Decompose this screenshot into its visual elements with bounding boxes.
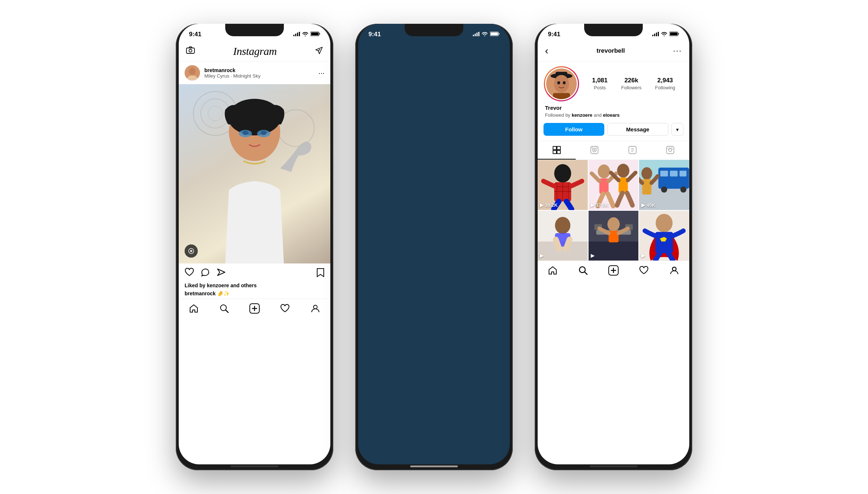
post-header: bretmanrock Miley Cyrus · Midnight Sky ·… [179,61,330,84]
profile-nav-profile[interactable] [669,266,679,277]
camera-icon[interactable] [186,46,195,56]
grid-views-3: ▶ 45K [641,202,655,208]
profile-followed-by: Followed by kenzoere and eloears [538,112,689,123]
svg-point-86 [592,147,593,149]
grid-item-2[interactable]: ▶ 37.3K [589,160,639,210]
grid-item-4[interactable]: ▶ [538,211,588,261]
send-icon[interactable] [315,46,323,56]
profile-nav-add[interactable] [608,265,619,277]
time-2: 9:41 [368,31,381,38]
notch-2 [405,24,463,36]
svg-point-10 [189,68,196,75]
nav-search[interactable] [219,304,229,315]
svg-rect-6 [186,48,194,53]
profile-nav-home[interactable] [548,266,557,276]
home-indicator-1 [231,465,278,467]
profile-stat-followers[interactable]: 226k Followers [621,77,642,91]
profile-nav-heart[interactable] [639,266,649,276]
svg-rect-79 [553,146,556,150]
profile-more-button[interactable]: ··· [673,46,682,56]
comment-button[interactable] [201,268,210,280]
grid-item-6[interactable]: ▶ [639,211,689,261]
wifi-icon-2 [482,32,488,37]
follow-button[interactable]: Follow [544,123,604,136]
svg-point-76 [557,81,560,84]
play-icon-5: ▶ [591,253,594,258]
svg-point-129 [607,217,620,231]
nav-home[interactable] [189,304,199,314]
time-3: 9:41 [548,31,560,38]
post-more-button[interactable]: ··· [318,69,324,77]
following-count: 2,943 [655,77,675,84]
phone-2: 9:41 ‹ Reels [355,24,513,470]
play-icon-6: ▶ [641,253,645,258]
svg-point-141 [672,267,676,271]
profile-stat-following[interactable]: 2,943 Following [655,77,675,91]
profile-back-button[interactable]: ‹ [545,45,548,57]
music-button[interactable] [185,244,198,258]
screen-1: Instagram bretmanrock Miley Cyrus · Midn… [179,42,330,319]
nav-profile[interactable] [311,304,320,315]
followed-user2[interactable]: eloears [603,112,620,118]
ig-header: Instagram [179,42,330,61]
play-icon-2: ▶ [591,202,594,208]
post-song: Miley Cyrus · Midnight Sky [204,73,314,79]
nav-heart[interactable] [280,304,290,314]
tab-grid[interactable] [538,141,576,160]
followed-user1[interactable]: kenzoere [572,112,592,118]
svg-line-26 [226,310,228,313]
profile-tabs [538,141,689,160]
svg-point-102 [598,165,610,179]
like-button[interactable] [185,268,194,280]
svg-point-114 [642,167,652,180]
grid-item-1[interactable]: ▶ 30.2K [538,160,588,210]
post-user-info: bretmanrock Miley Cyrus · Midnight Sky [204,67,314,79]
grid-views-4: ▶ [540,253,544,258]
profile-stat-posts[interactable]: 1,081 Posts [592,77,608,91]
svg-line-137 [585,272,587,274]
battery-icon-3 [669,31,679,37]
svg-rect-78 [553,93,570,100]
share-button[interactable] [217,268,226,280]
chevron-button[interactable]: ▾ [671,123,683,136]
svg-rect-109 [660,171,668,176]
tab-mentions[interactable] [652,141,690,160]
post-username[interactable]: bretmanrock [204,67,314,73]
followers-label: Followers [621,85,642,90]
following-label: Following [655,85,675,90]
tab-reels[interactable] [576,141,614,160]
svg-line-8 [318,49,320,51]
grid-item-3[interactable]: ▶ 45K [639,160,689,210]
posts-count: 1,081 [592,77,608,84]
svg-point-30 [314,305,317,309]
svg-point-75 [554,75,569,93]
svg-rect-111 [680,171,687,176]
home-indicator-3 [590,465,637,467]
screen-3: ‹ trevorbell ··· [538,42,689,284]
play-icon-3: ▶ [641,202,645,208]
tab-tagged[interactable] [613,141,652,160]
play-icon-4: ▶ [540,253,544,258]
caption-username[interactable]: bretmanrock [185,291,216,296]
svg-point-104 [617,164,629,178]
post-likes: Liked by kenzoere and others [179,282,330,291]
svg-rect-125 [589,242,639,261]
ig-logo: Instagram [233,45,277,57]
profile-avatar-wrap[interactable] [545,67,578,100]
profile-info: 1,081 Posts 226k Followers 2,943 Followi… [538,61,689,105]
message-button[interactable]: Message [607,123,669,136]
save-button[interactable] [316,268,324,280]
posts-label: Posts [594,85,606,90]
post-avatar[interactable] [185,65,200,81]
battery-icon-2 [490,31,500,37]
followers-count: 226k [621,77,642,84]
svg-rect-36 [491,33,498,35]
profile-nav-search[interactable] [578,266,588,277]
nav-add[interactable] [249,303,260,315]
wifi-icon-3 [661,32,667,37]
post-actions-left [185,268,226,280]
svg-point-20 [242,131,248,135]
post-actions [179,263,330,282]
profile-grid: ▶ 30.2K [538,160,689,261]
grid-item-5[interactable]: ▶ [589,211,639,261]
